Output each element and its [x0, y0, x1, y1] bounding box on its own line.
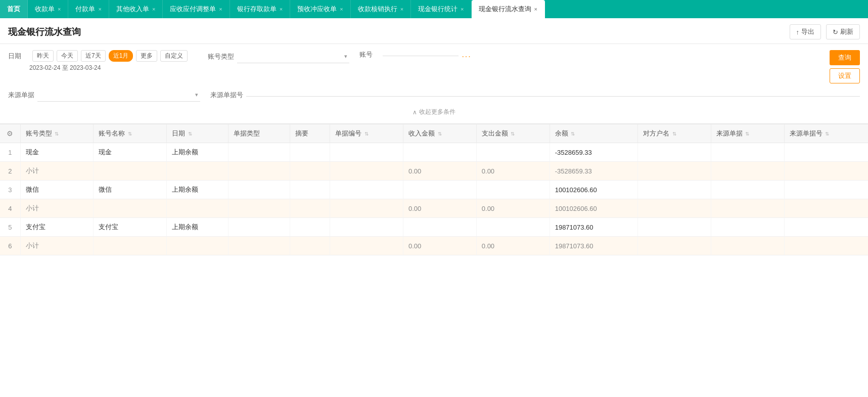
source-doc-label: 来源单据	[8, 91, 34, 100]
date-btn-today[interactable]: 今天	[57, 50, 78, 62]
col-source-doc[interactable]: 来源单据 ⇅	[711, 124, 784, 143]
cell-expense: 0.00	[476, 162, 550, 181]
date-filter-label: 日期	[8, 52, 28, 61]
table-row: 4小计0.000.00100102606.60	[0, 199, 868, 218]
nav-item-yinhangcunqu[interactable]: 银行存取款单 ×	[230, 0, 290, 18]
date-btn-7days[interactable]: 近7天	[81, 50, 106, 62]
col-settings[interactable]: ⚙	[0, 124, 20, 143]
cell-date: 上期余额	[167, 181, 229, 199]
date-btn-custom[interactable]: 自定义	[160, 50, 188, 62]
source-doc-chevron-icon[interactable]: ▾	[195, 92, 198, 98]
sort-icon: ⇅	[672, 131, 676, 137]
nav-close-icon[interactable]: ×	[98, 6, 101, 12]
cell-counterpart	[637, 218, 711, 237]
nav-item-xianjinliushui[interactable]: 现金银行流水查询 ×	[472, 0, 545, 18]
nav-item-home[interactable]: 首页	[0, 0, 28, 18]
cell-account-name	[94, 162, 167, 181]
export-button[interactable]: ↑ 导出	[790, 24, 821, 39]
cell-source-doc-no	[784, 199, 868, 218]
nav-close-icon[interactable]: ×	[340, 6, 343, 12]
cell-date	[167, 199, 229, 218]
cell-doc-no	[330, 143, 403, 162]
refresh-button[interactable]: ↻ 刷新	[826, 24, 860, 39]
cell-expense: 0.00	[476, 199, 550, 218]
settings-button[interactable]: 设置	[830, 68, 860, 83]
row-number: 2	[0, 162, 20, 181]
sort-icon: ⇅	[745, 131, 749, 137]
col-doc-no[interactable]: 单据编号 ⇅	[330, 124, 403, 143]
nav-close-icon[interactable]: ×	[534, 6, 537, 12]
nav-close-icon[interactable]: ×	[461, 6, 464, 12]
cell-source-doc	[711, 218, 784, 237]
cell-doc-no	[330, 162, 403, 181]
cell-account-name: 支付宝	[94, 218, 167, 237]
data-table: ⚙ 账号类型 ⇅ 账号名称 ⇅ 日期 ⇅ 单据类型	[0, 124, 868, 255]
sort-icon: ⇅	[364, 131, 369, 137]
account-type-chevron-icon[interactable]: ▾	[344, 53, 347, 60]
col-summary: 摘要	[290, 124, 330, 143]
cell-account-type: 小计	[20, 199, 94, 218]
cell-doc-type	[229, 237, 290, 255]
source-doc-input[interactable]	[39, 90, 195, 100]
cell-source-doc	[711, 181, 784, 199]
cell-account-type: 微信	[20, 181, 94, 199]
date-btn-more[interactable]: 更多	[136, 50, 157, 62]
cell-account-name: 微信	[94, 181, 167, 199]
cell-account-type: 支付宝	[20, 218, 94, 237]
sort-icon: ⇅	[511, 131, 515, 137]
col-expense[interactable]: 支出金额 ⇅	[476, 124, 550, 143]
nav-close-icon[interactable]: ×	[280, 6, 283, 12]
col-label: 来源单据号	[790, 129, 823, 137]
account-type-input[interactable]	[239, 51, 344, 62]
nav-label: 现金银行流水查询	[479, 5, 531, 14]
cell-account-name	[94, 199, 167, 218]
nav-item-xianjinstatistics[interactable]: 现金银行统计 ×	[411, 0, 471, 18]
nav-label: 收款核销执行	[358, 5, 397, 14]
source-doc-no-label: 来源单据号	[210, 91, 243, 100]
col-account-type[interactable]: 账号类型 ⇅	[20, 124, 94, 143]
collapse-label: 收起更多条件	[419, 108, 455, 116]
nav-item-shoukuanxiaohui[interactable]: 收款核销执行 ×	[351, 0, 411, 18]
collapse-button[interactable]: ∧ 收起更多条件	[413, 108, 455, 116]
date-btn-yesterday[interactable]: 昨天	[32, 50, 54, 62]
cell-source-doc-no	[784, 162, 868, 181]
sort-icon: ⇅	[128, 131, 132, 137]
nav-item-shoukuandan[interactable]: 收款单 ×	[28, 0, 68, 18]
table-row: 6小计0.000.0019871073.60	[0, 237, 868, 255]
col-label: 支出金额	[482, 129, 508, 137]
filter-area: 日期 昨天 今天 近7天 近1月 更多 自定义 2023-02-24 至 202…	[0, 44, 868, 124]
cell-counterpart	[637, 162, 711, 181]
cell-date: 上期余额	[167, 143, 229, 162]
nav-close-icon[interactable]: ×	[58, 6, 61, 12]
date-filter-options: 昨天 今天 近7天 近1月 更多 自定义	[32, 50, 188, 62]
account-ellipsis-button[interactable]: ...	[462, 50, 471, 59]
col-label: 余额	[555, 129, 568, 137]
cell-balance: 100102606.60	[550, 199, 637, 218]
col-source-doc-no[interactable]: 来源单据号 ⇅	[784, 124, 868, 143]
cell-date: 上期余额	[167, 218, 229, 237]
col-counterpart[interactable]: 对方户名 ⇅	[637, 124, 711, 143]
table-row: 1现金现金上期余额-3528659.33	[0, 143, 868, 162]
nav-item-fukuandan[interactable]: 付款单 ×	[68, 0, 109, 18]
settings-gear-icon[interactable]: ⚙	[7, 129, 13, 138]
nav-item-yushou[interactable]: 预收冲应收单 ×	[290, 0, 350, 18]
query-button[interactable]: 查询	[830, 50, 860, 65]
cell-balance: 19871073.60	[550, 237, 637, 255]
row-number: 4	[0, 199, 20, 218]
cell-source-doc	[711, 237, 784, 255]
date-btn-1month[interactable]: 近1月	[109, 50, 133, 62]
nav-item-qitashouru[interactable]: 其他收入单 ×	[109, 0, 163, 18]
col-balance[interactable]: 余额 ⇅	[550, 124, 637, 143]
nav-close-icon[interactable]: ×	[400, 6, 403, 12]
cell-source-doc-no	[784, 218, 868, 237]
nav-label: 现金银行统计	[418, 5, 458, 14]
nav-item-yingshoutiaozheng[interactable]: 应收应付调整单 ×	[163, 0, 230, 18]
col-account-name[interactable]: 账号名称 ⇅	[94, 124, 167, 143]
col-income[interactable]: 收入金额 ⇅	[403, 124, 476, 143]
col-date[interactable]: 日期 ⇅	[167, 124, 229, 143]
nav-close-icon[interactable]: ×	[219, 6, 222, 12]
nav-close-icon[interactable]: ×	[152, 6, 155, 12]
date-range-display: 2023-02-24 至 2023-03-24	[29, 64, 101, 71]
cell-doc-type	[229, 143, 290, 162]
col-label: 收入金额	[408, 129, 435, 137]
